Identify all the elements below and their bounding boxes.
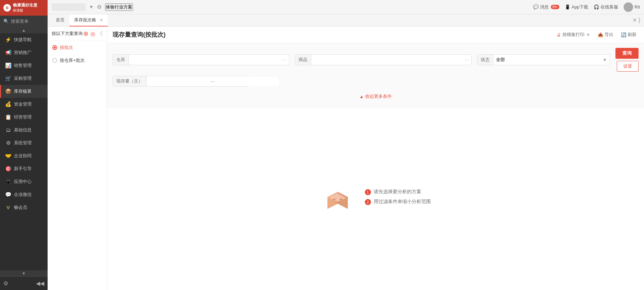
headset-icon: 🎧 <box>594 4 599 10</box>
sidebar-item-shortcut[interactable]: ⚡ 快捷导航 <box>0 33 48 46</box>
product-input[interactable] <box>311 55 462 65</box>
print-btn[interactable]: 🖨 按模板打印 ▼ <box>555 31 592 39</box>
app-download-btn[interactable]: 📱 App下载 <box>565 4 588 10</box>
filter-option-batch-label: 按批次 <box>60 44 73 51</box>
sidebar-item-wechat[interactable]: 💬 企业微信 <box>0 188 48 201</box>
top-bar-right: 💬 消息 99+ 📱 App下载 🎧 在线客服 Rit <box>533 2 640 12</box>
product-more-btn[interactable]: ··· <box>462 55 471 64</box>
query-button[interactable]: 查询 <box>615 48 639 59</box>
sidebar-nav: ⚡ 快捷导航 📢 营销推广 📊 销售管理 🛒 采购管理 📦 库存核算 💰 资金管… <box>0 33 48 270</box>
sidebar-item-purchase[interactable]: 🛒 采购管理 <box>0 72 48 85</box>
online-service-btn[interactable]: 🎧 在线客服 <box>594 4 618 10</box>
radio-warehouse-batch <box>52 58 57 63</box>
step-2-label: 用过滤条件来缩小分析范围 <box>374 199 431 205</box>
qty-separator: — <box>209 79 216 84</box>
sidebar-item-inventory[interactable]: 📦 库存核算 <box>0 85 48 98</box>
scroll-up-btn[interactable]: ▲ <box>0 27 48 33</box>
refresh-label: 刷新 <box>628 32 637 38</box>
warehouse-more-btn[interactable]: ··· <box>280 55 289 64</box>
sidebar-item-label: 新手引导 <box>14 166 32 172</box>
qty-label: 现存量（主） <box>113 76 147 86</box>
sidebar-item-label: 快捷导航 <box>14 37 32 43</box>
tab-bar: 首页 库存批次账 ✕ ✕ ⟩ <box>48 14 644 26</box>
sidebar-item-member[interactable]: V 畅会员 <box>0 201 48 214</box>
user-profile-btn[interactable]: Rit <box>624 2 640 12</box>
scroll-down-btn[interactable]: ▼ <box>0 270 48 276</box>
step-1: 1 请先选择要分析的方案 <box>365 189 431 195</box>
query-buttons: 查询 设置 <box>615 48 639 72</box>
sidebar-item-label: 企业微信 <box>14 192 32 198</box>
avatar <box>624 2 633 12</box>
purchase-icon: 🛒 <box>5 75 11 81</box>
query-header: 现存量查询(按批次) 🖨 按模板打印 ▼ 📤 导出 🔄 刷新 <box>107 26 644 43</box>
add-scheme-btn[interactable]: ⊕ <box>83 30 88 37</box>
sidebar-item-system[interactable]: ⚙ 系统管理 <box>0 137 48 149</box>
sidebar-item-label: 销售管理 <box>14 62 32 69</box>
filter-option-warehouse-batch[interactable]: 按仓库+批次 <box>48 54 107 67</box>
sidebar-item-label: 基础信息 <box>14 127 32 133</box>
header-actions: 🖨 按模板打印 ▼ 📤 导出 🔄 刷新 <box>555 31 639 39</box>
sidebar-item-finance[interactable]: 💰 资金管理 <box>0 98 48 111</box>
tab-home[interactable]: 首页 <box>51 14 69 26</box>
collapse-sidebar-icon[interactable]: ◀◀ <box>36 280 44 287</box>
collapse-more-label: 收起更多条件 <box>365 93 392 99</box>
settings-icon[interactable]: ⚙ <box>3 280 8 287</box>
sidebar-item-label: 采购管理 <box>14 75 32 81</box>
filter-option-batch[interactable]: 按批次 <box>48 41 107 54</box>
refresh-btn[interactable]: 🔄 刷新 <box>619 31 639 39</box>
operations-icon: 📋 <box>5 114 11 120</box>
close-tab-icon[interactable]: ✕ <box>100 18 103 22</box>
top-bar: ▼ ⚙ 体验行业方案 💬 消息 99+ 📱 App下载 🎧 在线客服 Rit <box>48 0 644 14</box>
qty-to-input[interactable] <box>216 77 279 86</box>
marketing-icon: 📢 <box>5 50 11 56</box>
warehouse-input[interactable] <box>129 55 280 65</box>
print-icon: 🖨 <box>557 32 561 37</box>
scheme-settings-btn[interactable]: ◎ <box>90 31 95 37</box>
online-service-label: 在线客服 <box>600 4 618 10</box>
enterprise-icon: 🤝 <box>5 153 11 159</box>
sidebar-item-label: 应用中心 <box>14 179 32 185</box>
message-btn[interactable]: 💬 消息 99+ <box>533 4 559 10</box>
sidebar-item-newbie[interactable]: 🎯 新手引导 <box>0 162 48 175</box>
sidebar-item-basic[interactable]: 🗂 基础信息 <box>0 124 48 137</box>
sidebar-item-marketing[interactable]: 📢 营销推广 <box>0 46 48 59</box>
newbie-icon: 🎯 <box>5 166 11 172</box>
sidebar-item-sales[interactable]: 📊 销售管理 <box>0 59 48 72</box>
filter-row-2: 现存量（主） — <box>113 76 639 87</box>
breadcrumb-input[interactable] <box>52 3 86 11</box>
step-2: 2 用过滤条件来缩小分析范围 <box>365 199 431 205</box>
settings-button[interactable]: 设置 <box>617 61 639 72</box>
user-name: Rit <box>634 4 640 10</box>
trial-button[interactable]: 体验行业方案 <box>105 3 133 11</box>
qty-from-input[interactable] <box>147 77 209 86</box>
status-select[interactable]: 全部 <box>493 55 600 65</box>
filter-option-warehouse-batch-label: 按仓库+批次 <box>60 57 85 64</box>
empty-text: 1 请先选择要分析的方案 2 用过滤条件来缩小分析范围 <box>365 189 431 209</box>
edition-label: 标准版 <box>13 8 37 13</box>
tab-batch-inventory-label: 库存批次账 <box>74 17 96 23</box>
panel-close-btn[interactable]: ✕ <box>632 17 637 23</box>
search-label: 搜索菜单 <box>11 18 29 24</box>
sidebar-item-enterprise[interactable]: 🤝 企业协同 <box>0 149 48 162</box>
gear-icon[interactable]: ⚙ <box>97 4 102 10</box>
tab-batch-inventory[interactable]: 库存批次账 ✕ <box>69 14 108 26</box>
dropdown-icon[interactable]: ▼ <box>89 4 94 10</box>
sidebar-item-apps[interactable]: 📱 应用中心 <box>0 175 48 188</box>
collapse-more-btn[interactable]: ▲ 收起更多条件 <box>113 91 639 102</box>
product-field: 商品 ··· <box>295 54 472 65</box>
collapse-panel-btn[interactable]: 《 <box>97 30 103 37</box>
app-download-label: App下载 <box>572 4 588 10</box>
refresh-icon: 🔄 <box>621 32 626 37</box>
sidebar-item-label: 库存核算 <box>14 88 32 94</box>
sales-icon: 📊 <box>5 62 11 69</box>
print-dropdown-icon[interactable]: ▼ <box>586 32 590 37</box>
company-name: 畅康通好生意 <box>13 3 37 8</box>
sidebar-item-label: 资金管理 <box>14 101 32 107</box>
message-badge: 99+ <box>551 5 559 9</box>
filter-row-1: 仓库 ··· 商品 ··· 状态 全部 ▼ <box>113 48 639 72</box>
panel-expand-btn[interactable]: ⟩ <box>638 17 641 24</box>
export-btn[interactable]: 📤 导出 <box>596 31 615 39</box>
empty-illustration <box>321 182 355 216</box>
sidebar-item-operations[interactable]: 📋 经营管理 <box>0 111 48 124</box>
sidebar-search[interactable]: 🔍 搜索菜单 <box>0 16 48 27</box>
